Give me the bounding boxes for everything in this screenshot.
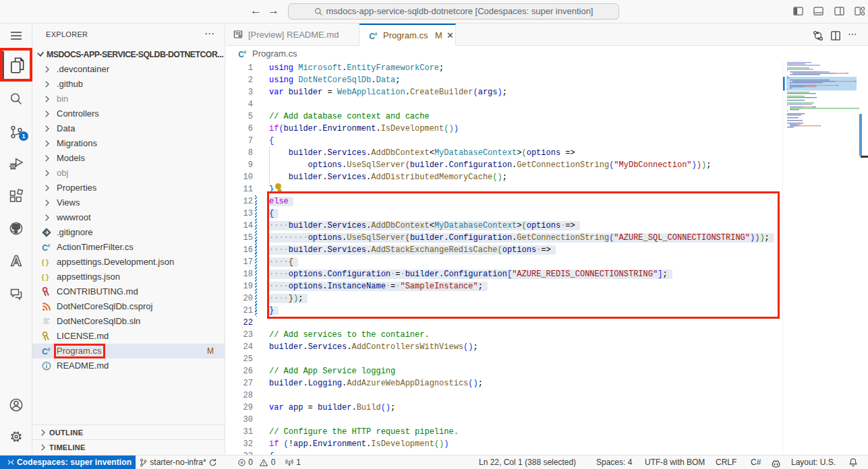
svg-text:#: # (48, 347, 51, 352)
svg-text:#: # (244, 50, 247, 55)
svg-text:{ }: { } (42, 258, 49, 266)
svg-text:{ }: { } (42, 273, 49, 281)
svg-text:#: # (48, 243, 51, 248)
svg-text:#: # (375, 32, 378, 36)
